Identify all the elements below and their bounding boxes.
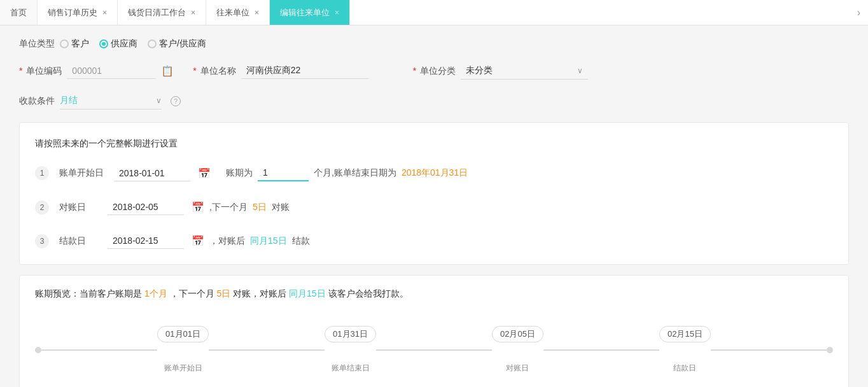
timeline-sub-3: 对账日 xyxy=(506,363,529,374)
row-input-wrapper-1: 📅 账期为 个月,账单结束日期为 2018年01月31日 xyxy=(114,165,468,181)
radio-both[interactable]: 客户/供应商 xyxy=(148,38,206,50)
timeline-point-3: 02月05日 对账日 xyxy=(492,326,543,374)
unit-type-label: 单位类型 xyxy=(19,38,55,50)
unit-code-group: * 单位编码 📋 xyxy=(19,63,174,79)
card-row-1: 1 账单开始日 📅 账期为 个月,账单结束日期为 2018年01月31日 xyxy=(35,165,833,181)
timeline-point-4: 02月15日 结款日 xyxy=(659,326,711,374)
payment-date-calendar-icon[interactable]: 📅 xyxy=(192,235,204,247)
unit-category-chevron-icon: ∨ xyxy=(577,66,583,75)
timeline-pill-1: 01月01日 xyxy=(157,326,209,342)
tab-close-sales-history[interactable]: × xyxy=(102,8,107,17)
radio-supplier-label: 供应商 xyxy=(111,38,137,50)
main-content: 单位类型 客户 供应商 客户/供应商 * 单位编码 xyxy=(0,25,868,387)
timeline-start-dot xyxy=(35,347,41,353)
timeline-point-2: 01月31日 账单结束日 xyxy=(325,326,376,374)
copy-icon[interactable]: 📋 xyxy=(161,65,174,77)
tab-sales-history[interactable]: 销售订单历史 × xyxy=(38,0,118,25)
radio-customer-circle xyxy=(60,39,69,48)
radio-group-unit-type: 客户 供应商 客户/供应商 xyxy=(60,38,206,50)
unit-category-select[interactable]: 未分类 ∨ xyxy=(461,62,588,80)
tab-close-partners[interactable]: × xyxy=(255,8,259,17)
row-label-2: 对账日 xyxy=(59,202,97,213)
timeline-pill-2: 01月31日 xyxy=(325,326,376,342)
row-label-1: 账单开始日 xyxy=(59,167,104,179)
timeline-sub-1: 账单开始日 xyxy=(164,363,202,374)
payment-help-icon[interactable]: ? xyxy=(171,96,181,106)
preview-section: 账期预览：当前客户账期是 1个月 ，下一个月 5日 对账，对账后 同月15日 该… xyxy=(19,275,849,387)
reconcile-date-input[interactable] xyxy=(108,199,184,215)
card-row-3: 3 结款日 📅 ，对账后 同月15日 结款 xyxy=(35,233,833,249)
preview-highlight-1: 1个月 xyxy=(144,288,167,299)
tab-close-edit-partner[interactable]: × xyxy=(335,8,339,17)
unit-name-input[interactable] xyxy=(241,63,368,79)
timeline-sub-4: 结款日 xyxy=(673,363,696,374)
radio-both-circle xyxy=(148,39,157,48)
payment-day-highlight: 同月15日 xyxy=(250,236,287,247)
tab-cash-work[interactable]: 钱货日清工作台 × xyxy=(118,0,206,25)
row-number-2: 2 xyxy=(35,201,49,215)
unit-category-star: * xyxy=(413,66,416,76)
preview-highlight-2: 5日 xyxy=(216,288,230,299)
unit-code-input[interactable] xyxy=(67,63,156,79)
start-date-calendar-icon[interactable]: 📅 xyxy=(198,167,211,179)
preview-prefix: 账期预览：当前客户账期是 xyxy=(35,288,142,299)
settings-card: 请按照未来的一个完整帐期进行设置 1 账单开始日 📅 账期为 个月,账单结束日期… xyxy=(19,122,849,265)
preview-highlight-3: 同月15日 xyxy=(289,288,326,299)
payment-suffix: 结款 xyxy=(292,236,310,247)
radio-both-label: 客户/供应商 xyxy=(159,38,206,50)
tab-close-cash-work[interactable]: × xyxy=(191,8,195,17)
row-input-wrapper-3: 📅 ，对账后 同月15日 结款 xyxy=(108,233,310,249)
unit-type-row: 单位类型 客户 供应商 客户/供应商 xyxy=(19,38,849,50)
timeline-pill-4: 02月15日 xyxy=(659,326,711,342)
payment-select[interactable]: 月结 ∨ xyxy=(60,92,162,109)
card-title: 请按照未来的一个完整帐期进行设置 xyxy=(35,138,833,150)
timeline-pill-3: 02月05日 xyxy=(492,326,543,342)
timeline-spacer-4 xyxy=(543,349,659,351)
preview-text: 账期预览：当前客户账期是 1个月 ，下一个月 5日 对账，对账后 同月15日 该… xyxy=(35,286,833,302)
payment-chevron-icon: ∨ xyxy=(156,96,162,105)
unit-name-star: * xyxy=(193,66,196,76)
payment-prefix: ，对账后 xyxy=(209,236,245,247)
tab-home[interactable]: 首页 xyxy=(0,0,38,25)
end-date-highlight: 2018年01月31日 xyxy=(402,167,468,179)
reconcile-suffix: 对账 xyxy=(272,202,290,213)
reconcile-day-highlight: 5日 xyxy=(253,202,267,213)
unit-code-label: * 单位编码 xyxy=(19,66,62,77)
period-prefix-label: 账期为 xyxy=(226,167,253,179)
unit-category-value: 未分类 xyxy=(466,65,575,76)
timeline-spacer-1 xyxy=(41,349,157,351)
payment-date-input[interactable] xyxy=(108,233,184,249)
radio-customer-label: 客户 xyxy=(71,38,89,50)
payment-label: 收款条件 xyxy=(19,95,55,107)
card-row-2: 2 对账日 📅 ,下一个月 5日 对账 xyxy=(35,199,833,215)
period-suffix-label: 个月,账单结束日期为 xyxy=(314,167,396,179)
code-name-category-row: * 单位编码 📋 * 单位名称 * 单位分类 未分类 ∨ xyxy=(19,62,849,80)
radio-supplier[interactable]: 供应商 xyxy=(99,38,137,50)
payment-row: 收款条件 月结 ∨ ? xyxy=(19,92,849,109)
tabs-more-button[interactable]: › xyxy=(850,7,868,18)
unit-name-group: * 单位名称 xyxy=(193,63,368,79)
tab-partners[interactable]: 往来单位 × xyxy=(206,0,270,25)
payment-value: 月结 xyxy=(60,95,153,106)
timeline-spacer-2 xyxy=(209,349,325,351)
tabs-bar: 首页 销售订单历史 × 钱货日清工作台 × 往来单位 × 编辑往来单位 × › xyxy=(0,0,868,25)
preview-suffix: 该客户会给我打款。 xyxy=(328,288,409,299)
reconcile-date-calendar-icon[interactable]: 📅 xyxy=(192,201,204,213)
timeline-spacer-3 xyxy=(376,349,492,351)
row-label-3: 结款日 xyxy=(59,236,97,247)
timeline-point-1: 01月01日 账单开始日 xyxy=(157,326,209,374)
unit-category-group: * 单位分类 未分类 ∨ xyxy=(413,62,588,80)
radio-supplier-circle xyxy=(99,39,108,48)
timeline-spacer-5 xyxy=(711,349,827,351)
timeline-end-dot xyxy=(827,347,833,353)
row-number-3: 3 xyxy=(35,234,49,248)
period-input[interactable] xyxy=(258,165,309,181)
preview-middle-1: ，下一个月 xyxy=(170,288,214,299)
unit-name-label: * 单位名称 xyxy=(193,66,235,77)
start-date-input[interactable] xyxy=(114,165,190,181)
tab-edit-partner[interactable]: 编辑往来单位 × xyxy=(270,0,350,25)
radio-customer[interactable]: 客户 xyxy=(60,38,89,50)
row-number-1: 1 xyxy=(35,166,49,180)
timeline: 01月01日 账单开始日 01月31日 账单结束日 02月05日 对账日 02月… xyxy=(35,320,833,387)
reconcile-prefix: ,下一个月 xyxy=(209,202,248,213)
